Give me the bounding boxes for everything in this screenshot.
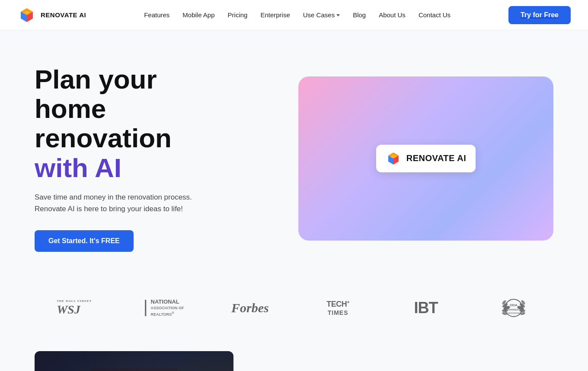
nav-cta-link[interactable]: Try for Free — [508, 6, 571, 24]
hero-content: Plan your home renovation with AI Save t… — [0, 30, 588, 278]
nav-item-mobile-app[interactable]: Mobile App — [177, 8, 220, 22]
logo-wsj: THE WALL STREET WSJ — [35, 299, 114, 317]
hero-title: Plan your home renovation with AI — [35, 65, 268, 183]
logos-section: THE WALL STREET WSJ ⎥ NATIONAL ASSOCIATI… — [0, 278, 588, 342]
logo-tech-times: TECH+ TIMES — [298, 299, 377, 316]
svg-rect-24 — [91, 368, 177, 371]
nav-item-contact-us[interactable]: Contact Us — [413, 8, 456, 22]
get-started-button[interactable]: Get Started. It's FREE — [35, 230, 134, 252]
svg-text:ODA: ODA — [510, 303, 518, 307]
badge-brand-name: RENOVATE AI — [406, 153, 466, 163]
bottom-section — [0, 351, 588, 371]
logo-oda: ODA WINNER PROFESSIONAL — [474, 291, 553, 325]
bottom-image — [35, 351, 233, 371]
logo-nar: ⎥ NATIONAL ASSOCIATION OF REALTORS® — [122, 298, 201, 317]
hero-left: Plan your home renovation with AI Save t… — [35, 65, 268, 252]
nav-item-blog[interactable]: Blog — [348, 8, 371, 22]
nav-links: Features Mobile App Pricing Enterprise U… — [139, 8, 456, 22]
nav-item-features[interactable]: Features — [139, 8, 175, 22]
brand-logo[interactable]: RENOVATE AI — [17, 6, 86, 25]
logos-row: THE WALL STREET WSJ ⎥ NATIONAL ASSOCIATI… — [35, 291, 553, 325]
chevron-down-icon — [336, 14, 340, 16]
brand-logo-icon — [17, 6, 36, 25]
brand-badge: RENOVATE AI — [376, 145, 476, 172]
logo-ibt: IBT — [386, 299, 465, 317]
hero-description: Save time and money in the renovation pr… — [35, 191, 225, 215]
badge-logo-icon — [386, 151, 401, 166]
brand-name: RENOVATE AI — [41, 11, 86, 19]
hero-section: Plan your home renovation with AI Save t… — [0, 30, 588, 278]
nav-item-enterprise[interactable]: Enterprise — [255, 8, 295, 22]
nav-item-about-us[interactable]: About Us — [374, 8, 411, 22]
hero-card: RENOVATE AI — [298, 76, 553, 241]
navbar: RENOVATE AI Features Mobile App Pricing … — [0, 0, 588, 30]
nav-item-pricing[interactable]: Pricing — [223, 8, 253, 22]
nav-item-use-cases[interactable]: Use Cases — [298, 8, 345, 22]
try-for-free-button[interactable]: Try for Free — [508, 6, 571, 24]
svg-text:PROFESSIONAL: PROFESSIONAL — [505, 312, 522, 314]
oda-winner-icon: ODA WINNER PROFESSIONAL — [496, 291, 531, 325]
hero-right: RENOVATE AI — [298, 76, 553, 241]
logo-forbes: Forbes — [211, 301, 290, 315]
svg-text:WINNER: WINNER — [508, 308, 519, 311]
